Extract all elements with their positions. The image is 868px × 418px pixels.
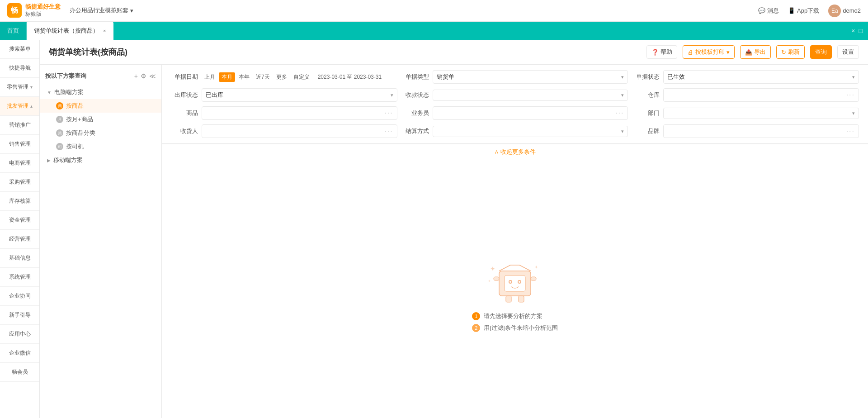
help-label: 帮助 — [660, 48, 672, 56]
goods-input[interactable]: ··· — [202, 106, 397, 120]
sidebar-item-finance[interactable]: 资金管理 — [0, 211, 39, 230]
industry-arrow-icon: ▾ — [130, 7, 133, 14]
filter-cell-salesman: 业务员 ··· — [402, 106, 628, 120]
empty-hints: 1 请先选择要分析的方案 2 用[过滤]条件来缩小分析范围 — [472, 312, 557, 332]
sidebar-item-quicknav[interactable]: 快捷导航 — [0, 59, 39, 78]
date-btn-7days[interactable]: 近7天 — [253, 72, 273, 82]
date-btn-thismonth[interactable]: 本月 — [219, 72, 235, 82]
sidebar-inventory-label: 库存核算 — [2, 197, 38, 205]
tab-active[interactable]: 销货单统计表（按商品） × — [27, 22, 113, 40]
sidebar-item-system[interactable]: 系统管理 — [0, 268, 39, 287]
hint-item-2: 2 用[过滤]条件来缩小分析范围 — [472, 324, 557, 332]
sidebar-item-enterprise[interactable]: 企业协同 — [0, 287, 39, 306]
query-button[interactable]: 查询 — [810, 45, 832, 59]
sidebar-operations-label: 经营管理 — [2, 235, 38, 243]
brand-input[interactable]: ··· — [663, 124, 859, 138]
message-button[interactable]: 💬 消息 — [758, 7, 779, 15]
export-button[interactable]: 📤 导出 — [740, 45, 771, 59]
left-panel-title: 按以下方案查询 — [45, 72, 86, 80]
tree-child-category[interactable]: 类 按商品分类 — [40, 126, 161, 140]
collapse-panel-button[interactable]: ≪ — [149, 72, 156, 80]
salesman-input[interactable]: ··· — [433, 106, 628, 120]
payment-select[interactable]: ▾ — [433, 90, 628, 101]
sidebar-item-wholesale[interactable]: 批发管理 ▴ — [0, 97, 39, 116]
sidebar-search-label: 搜索菜单 — [2, 45, 38, 53]
refresh-button[interactable]: ↻ 刷新 — [776, 45, 805, 59]
close-window-icon[interactable]: × — [851, 27, 855, 34]
tree-section: ▼ 电脑端方案 商 按商品 月 按月+商品 类 按商品分类 — [40, 86, 161, 167]
driver-icon: 司 — [56, 143, 63, 150]
date-btn-more[interactable]: 更多 — [274, 72, 290, 82]
paymethod-select[interactable]: ▾ — [433, 126, 628, 137]
docstatus-value: 已生效 — [667, 73, 685, 81]
tree-child-month-goods[interactable]: 月 按月+商品 — [40, 113, 161, 126]
tree-desktop-parent[interactable]: ▼ 电脑端方案 — [40, 86, 161, 99]
mobile-expand-icon: ▶ — [47, 158, 51, 163]
tree-child-driver[interactable]: 司 按司机 — [40, 140, 161, 153]
sidebar-item-operations[interactable]: 经营管理 — [0, 230, 39, 249]
user-profile[interactable]: Ea demo2 — [828, 5, 861, 17]
date-filter[interactable]: 上月 本月 本年 近7天 更多 自定义 2023-03-01 至 2023-03… — [202, 72, 397, 82]
sidebar-wholesale-label: 批发管理 — [7, 102, 28, 110]
hint-num-1: 1 — [472, 312, 480, 320]
logo-line2: 标账版 — [25, 11, 61, 18]
sidebar-item-basic[interactable]: 基础信息 — [0, 249, 39, 268]
tab-close-icon[interactable]: × — [103, 28, 106, 33]
date-btn-lastmonth[interactable]: 上月 — [202, 72, 218, 82]
doctype-arrow-icon: ▾ — [621, 74, 624, 80]
industry-select[interactable]: 办公用品行业模拟账套 ▾ — [66, 5, 137, 16]
receiver-label: 收货人 — [171, 127, 198, 135]
docstatus-arrow-icon: ▾ — [852, 74, 855, 80]
filter-cell-docstatus: 单据状态 已生效 ▾ — [632, 70, 859, 84]
dept-select[interactable]: ▾ — [663, 108, 859, 119]
date-btn-custom[interactable]: 自定义 — [291, 72, 312, 82]
svg-rect-11 — [494, 277, 499, 280]
print-arrow-icon: ▾ — [726, 49, 730, 56]
outstatus-select[interactable]: 已出库 ▾ — [202, 88, 397, 102]
sidebar-item-ecommerce[interactable]: 电商管理 — [0, 154, 39, 173]
help-button[interactable]: ❓ 帮助 — [646, 45, 677, 59]
sidebar-item-marketing[interactable]: 营销推广 — [0, 116, 39, 135]
add-scheme-button[interactable]: + — [134, 72, 138, 80]
sidebar-item-retail[interactable]: 零售管理 ▾ — [0, 78, 39, 97]
tab-active-label: 销货单统计表（按商品） — [34, 27, 99, 35]
sidebar-item-inventory[interactable]: 库存核算 — [0, 192, 39, 211]
user-name: demo2 — [843, 7, 861, 14]
svg-line-1 — [499, 265, 510, 271]
date-btn-thisyear[interactable]: 本年 — [236, 72, 252, 82]
warehouse-input[interactable]: ··· — [663, 88, 859, 102]
settings-scheme-button[interactable]: ⚙ — [141, 72, 146, 80]
window-controls: × □ — [846, 27, 868, 34]
tree-child-goods[interactable]: 商 按商品 — [40, 99, 161, 113]
driver-label: 按司机 — [66, 142, 84, 151]
payment-label: 收款状态 — [402, 91, 429, 99]
maximize-window-icon[interactable]: □ — [859, 27, 863, 34]
sidebar-item-search[interactable]: 搜索菜单 — [0, 40, 39, 59]
filter-cell-outstatus: 出库状态 已出库 ▾ — [171, 88, 397, 102]
sidebar-item-purchase[interactable]: 采购管理 — [0, 173, 39, 192]
salesman-label: 业务员 — [402, 109, 429, 117]
salesman-dots-icon: ··· — [615, 109, 624, 117]
settings-label: 设置 — [842, 48, 854, 56]
empty-state: ✦ ✦ ✦ 1 请先选择要分析的方案 2 用[过滤]条件来缩小分析范围 — [472, 246, 557, 332]
svg-text:✦: ✦ — [534, 265, 538, 270]
sidebar-item-sales[interactable]: 销售管理 — [0, 135, 39, 154]
settings-button[interactable]: 设置 — [837, 45, 859, 59]
docstatus-select[interactable]: 已生效 ▾ — [663, 70, 859, 84]
goods-scheme-icon: 商 — [56, 102, 63, 109]
logo-line1: 畅捷通好生意 — [25, 3, 61, 11]
app-download-button[interactable]: 📱 App下载 — [788, 7, 819, 15]
hint-item-1: 1 请先选择要分析的方案 — [472, 312, 557, 320]
doctype-select[interactable]: 销货单 ▾ — [433, 70, 628, 84]
sidebar-item-member[interactable]: 畅会员 — [0, 363, 39, 382]
print-button[interactable]: 🖨 按模板打印 ▾ — [683, 45, 735, 59]
tree-mobile-parent[interactable]: ▶ 移动端方案 — [40, 153, 161, 167]
tab-home[interactable]: 首页 — [0, 22, 27, 40]
outstatus-value: 已出库 — [206, 91, 223, 99]
goods-scheme-label: 按商品 — [66, 102, 84, 110]
sidebar-item-wechat[interactable]: 企业微信 — [0, 344, 39, 363]
sidebar-item-appcenter[interactable]: 应用中心 — [0, 325, 39, 344]
sidebar-item-newuser[interactable]: 新手引导 — [0, 306, 39, 325]
collapse-bar[interactable]: ∧ 收起更多条件 — [162, 144, 868, 160]
receiver-input[interactable]: ··· — [202, 124, 397, 138]
